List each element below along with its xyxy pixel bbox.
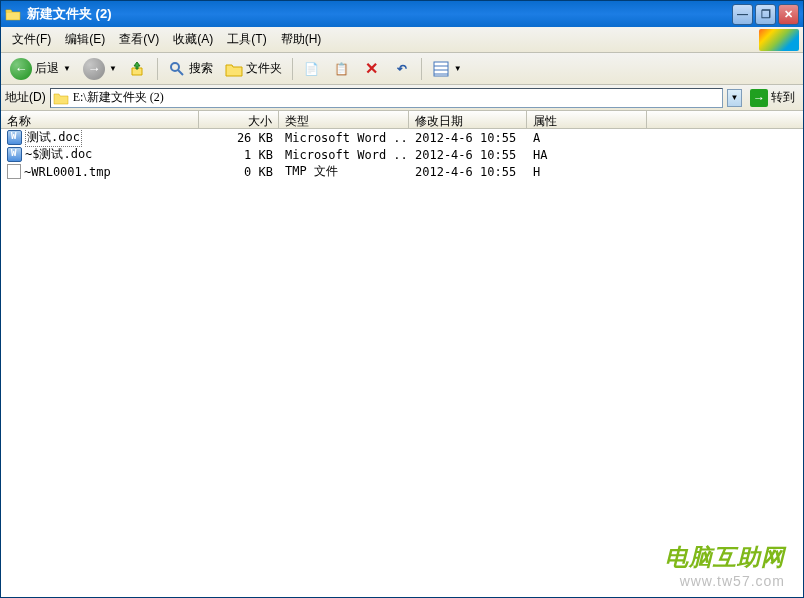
file-attr: H [527, 165, 647, 179]
column-header: 名称 大小 类型 修改日期 属性 [1, 111, 803, 129]
file-type: Microsoft Word ... [279, 131, 409, 145]
column-name[interactable]: 名称 [1, 111, 199, 128]
address-input[interactable]: E:\新建文件夹 (2) [50, 88, 723, 108]
column-type[interactable]: 类型 [279, 111, 409, 128]
chevron-down-icon: ▼ [454, 64, 462, 73]
separator [157, 58, 158, 80]
back-label: 后退 [35, 60, 59, 77]
chevron-down-icon: ▼ [63, 64, 71, 73]
file-size: 1 KB [199, 148, 279, 162]
views-button[interactable]: ▼ [427, 57, 467, 81]
folders-button[interactable]: 文件夹 [220, 57, 287, 81]
delete-button[interactable]: ✕ [358, 57, 386, 81]
address-path: E:\新建文件夹 (2) [73, 89, 164, 106]
folder-icon [5, 7, 21, 21]
forward-button[interactable]: → ▼ [78, 55, 122, 83]
go-icon: → [750, 89, 768, 107]
forward-icon: → [83, 58, 105, 80]
file-row[interactable]: ~WRL0001.tmp0 KBTMP 文件2012-4-6 10:55H [1, 163, 803, 180]
folders-label: 文件夹 [246, 60, 282, 77]
column-attributes[interactable]: 属性 [527, 111, 647, 128]
move-icon: 📄 [303, 60, 321, 78]
folders-icon [225, 60, 243, 78]
undo-icon: ↶ [393, 60, 411, 78]
watermark-title: 电脑互助网 [665, 542, 785, 573]
window-title: 新建文件夹 (2) [27, 5, 732, 23]
watermark-url: www.tw57.com [665, 573, 785, 589]
search-icon [168, 60, 186, 78]
up-button[interactable] [124, 57, 152, 81]
word-doc-icon [7, 147, 22, 162]
svg-line-1 [178, 70, 183, 75]
copy-icon: 📋 [333, 60, 351, 78]
file-type: Microsoft Word ... [279, 148, 409, 162]
move-button[interactable]: 📄 [298, 57, 326, 81]
column-modified[interactable]: 修改日期 [409, 111, 527, 128]
column-size[interactable]: 大小 [199, 111, 279, 128]
delete-icon: ✕ [363, 60, 381, 78]
go-label: 转到 [771, 89, 795, 106]
file-type: TMP 文件 [279, 163, 409, 180]
svg-point-0 [171, 63, 179, 71]
go-button[interactable]: → 转到 [746, 87, 799, 109]
maximize-button[interactable]: ❐ [755, 4, 776, 25]
addressbar: 地址(D) E:\新建文件夹 (2) ▼ → 转到 [1, 85, 803, 111]
file-name-cell: ~WRL0001.tmp [1, 164, 199, 179]
menu-view[interactable]: 查看(V) [112, 28, 166, 51]
up-folder-icon [129, 60, 147, 78]
search-button[interactable]: 搜索 [163, 57, 218, 81]
search-label: 搜索 [189, 60, 213, 77]
close-button[interactable]: ✕ [778, 4, 799, 25]
file-name-cell: ~$测试.doc [1, 146, 199, 163]
file-date: 2012-4-6 10:55 [409, 131, 527, 145]
file-row[interactable]: 测试.doc26 KBMicrosoft Word ...2012-4-6 10… [1, 129, 803, 146]
separator [421, 58, 422, 80]
folder-icon [53, 91, 69, 105]
back-button[interactable]: ← 后退 ▼ [5, 55, 76, 83]
menu-edit[interactable]: 编辑(E) [58, 28, 112, 51]
windows-logo-icon [759, 29, 799, 51]
menu-help[interactable]: 帮助(H) [274, 28, 329, 51]
address-label: 地址(D) [5, 89, 46, 106]
chevron-down-icon: ▼ [109, 64, 117, 73]
menu-file[interactable]: 文件(F) [5, 28, 58, 51]
file-date: 2012-4-6 10:55 [409, 148, 527, 162]
titlebar: 新建文件夹 (2) — ❐ ✕ [1, 1, 803, 27]
file-date: 2012-4-6 10:55 [409, 165, 527, 179]
menu-favorites[interactable]: 收藏(A) [166, 28, 220, 51]
separator [292, 58, 293, 80]
window-buttons: — ❐ ✕ [732, 4, 799, 25]
tmp-file-icon [7, 164, 21, 179]
file-size: 0 KB [199, 165, 279, 179]
file-list[interactable]: 测试.doc26 KBMicrosoft Word ...2012-4-6 10… [1, 129, 803, 597]
toolbar: ← 后退 ▼ → ▼ 搜索 文件夹 📄 📋 ✕ ↶ ▼ [1, 53, 803, 85]
address-dropdown-button[interactable]: ▼ [727, 89, 742, 107]
file-name: 测试.doc [25, 129, 82, 147]
file-attr: HA [527, 148, 647, 162]
watermark: 电脑互助网 www.tw57.com [665, 542, 785, 589]
copy-button[interactable]: 📋 [328, 57, 356, 81]
file-name: ~$测试.doc [25, 146, 92, 163]
file-row[interactable]: ~$测试.doc1 KBMicrosoft Word ...2012-4-6 1… [1, 146, 803, 163]
file-size: 26 KB [199, 131, 279, 145]
file-attr: A [527, 131, 647, 145]
views-icon [432, 60, 450, 78]
minimize-button[interactable]: — [732, 4, 753, 25]
file-name-cell: 测试.doc [1, 129, 199, 147]
undo-button[interactable]: ↶ [388, 57, 416, 81]
word-doc-icon [7, 130, 22, 145]
menubar: 文件(F) 编辑(E) 查看(V) 收藏(A) 工具(T) 帮助(H) [1, 27, 803, 53]
file-name: ~WRL0001.tmp [24, 165, 111, 179]
menu-tools[interactable]: 工具(T) [220, 28, 273, 51]
back-icon: ← [10, 58, 32, 80]
